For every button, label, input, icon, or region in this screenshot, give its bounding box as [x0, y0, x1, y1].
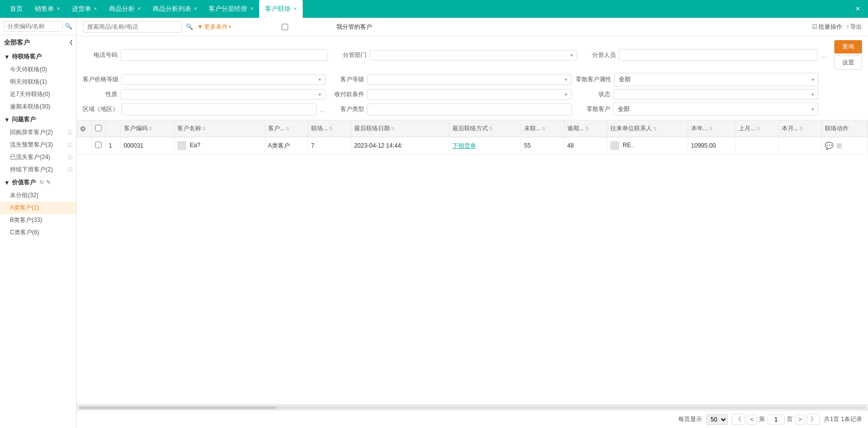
- sidebar-item-repurchase-abnormal[interactable]: 回购异常客户(2) ⓘ: [0, 126, 76, 139]
- sidebar-item-b-class[interactable]: B类客户(33): [0, 214, 76, 226]
- sidebar-item-a-class[interactable]: A类客户(1): [0, 202, 76, 214]
- th-contact-count[interactable]: 联络... ⇅: [308, 120, 351, 137]
- current-page-input[interactable]: [767, 415, 785, 425]
- th-code[interactable]: 客户编码 ⇅: [120, 120, 174, 137]
- sort-year-icon: ⇅: [709, 126, 713, 131]
- info-icon-lost: ⓘ: [67, 154, 72, 161]
- th-overdue[interactable]: 逾期... ⇅: [564, 120, 607, 137]
- tab-sales[interactable]: 销售单 ×: [29, 0, 66, 18]
- th-customer-type[interactable]: 客户... ⇅: [265, 120, 308, 137]
- tab-customer-contact[interactable]: 客户联络 ×: [259, 0, 303, 18]
- region-input[interactable]: [121, 104, 317, 115]
- filter-bar: 🔍 ▼ 更多条件 ▾ 我分管的客户 ☑ 批量操作 ↑ 导出: [77, 18, 868, 36]
- chat-icon[interactable]: 💬: [825, 142, 833, 150]
- th-uncontacted[interactable]: 未联... ⇅: [521, 120, 564, 137]
- next-page-btn[interactable]: >: [795, 415, 805, 425]
- prev-page-btn[interactable]: <: [747, 415, 757, 425]
- th-gear[interactable]: ⚙: [77, 120, 92, 137]
- filter-row-2: 客户价格等级 ▾ 客户等级 ▾ 零散客户属性 全部: [83, 73, 862, 86]
- last-page-btn[interactable]: 》: [807, 414, 820, 425]
- close-all-tabs[interactable]: ×: [852, 4, 864, 13]
- sidebar-collapse-icon[interactable]: 《: [67, 39, 72, 47]
- th-name[interactable]: 客户名称 ⇅: [174, 120, 265, 137]
- close-analysis-tab[interactable]: ×: [138, 0, 141, 18]
- price-grade-select[interactable]: ▾: [121, 74, 326, 85]
- sidebar-search-input[interactable]: [4, 21, 63, 32]
- pagination-bar: 每页显示 50 《 < 第 页 > 》 共1页 1条记录: [77, 410, 868, 428]
- dept-label: 分管部门: [332, 51, 367, 59]
- customer-grade-select[interactable]: ▾: [367, 74, 572, 85]
- phone-label: 电话号码: [83, 51, 117, 59]
- sort-overdue-icon: ⇅: [585, 126, 589, 131]
- all-customers-header[interactable]: 全部客户 《: [0, 35, 76, 50]
- retail-attr-select[interactable]: 全部 ▾: [614, 73, 818, 86]
- td-no: 1: [106, 137, 120, 155]
- sidebar-item-today[interactable]: 今天待联络(0): [0, 63, 76, 76]
- th-checkbox: [92, 120, 106, 137]
- value-edit-icon[interactable]: ✎: [46, 179, 51, 186]
- sidebar-item-declining[interactable]: 持续下滑客户(2) ⓘ: [0, 163, 76, 176]
- phone-input[interactable]: [120, 49, 328, 61]
- value-refresh-icon[interactable]: ↻: [40, 179, 44, 186]
- customer-type-input[interactable]: [367, 104, 572, 115]
- sidebar-search-icon[interactable]: 🔍: [65, 23, 72, 30]
- horizontal-scrollbar[interactable]: [77, 404, 868, 410]
- per-page-select[interactable]: 50: [706, 414, 728, 425]
- staff-dots-icon[interactable]: ...: [820, 51, 826, 59]
- retail-customer-field: 零散客户 全部 ▾: [576, 103, 818, 116]
- tab-analysis[interactable]: 商品分析 ×: [103, 0, 147, 18]
- more-conditions-btn[interactable]: ▼ 更多条件 ▾: [197, 23, 231, 31]
- close-sales-tab[interactable]: ×: [57, 0, 60, 18]
- payment-select[interactable]: ▾: [367, 89, 572, 100]
- scrollbar-thumb[interactable]: [79, 406, 277, 409]
- th-this-month[interactable]: 本月... ⇅: [778, 120, 821, 137]
- close-customer-contact-tab[interactable]: ×: [294, 0, 297, 18]
- status-select[interactable]: ▾: [613, 89, 818, 100]
- search-input[interactable]: [83, 21, 182, 33]
- close-customer-mgmt-tab[interactable]: ×: [250, 0, 253, 18]
- export-btn[interactable]: ↑ 导出: [846, 23, 862, 31]
- sidebar-item-c-class[interactable]: C类客户(6): [0, 226, 76, 239]
- th-last-contact-method[interactable]: 最后联络方式 ⇅: [449, 120, 521, 137]
- staff-input[interactable]: [619, 49, 817, 61]
- th-no: [106, 120, 120, 137]
- sidebar-item-7days[interactable]: 近7天待联络(0): [0, 88, 76, 101]
- customer-grade-field: 客户等级 ▾: [329, 74, 572, 85]
- customer-type-field: 客户类型: [329, 104, 572, 115]
- first-page-btn[interactable]: 《: [732, 414, 745, 425]
- th-last-month[interactable]: 上月... ⇅: [735, 120, 778, 137]
- batch-op-btn[interactable]: ☑ 批量操作: [812, 23, 842, 31]
- dept-select[interactable]: ▾: [370, 50, 577, 60]
- tab-customer-mgmt[interactable]: 客户分层经营 ×: [203, 0, 259, 18]
- th-last-contact-date[interactable]: 最后联络日期 ⇅: [351, 120, 449, 137]
- region-label: 区域（地区）: [83, 105, 118, 113]
- tab-analysis-list[interactable]: 商品分析列表 ×: [147, 0, 203, 18]
- region-dots-icon[interactable]: ...: [320, 106, 326, 113]
- retail-customer-select[interactable]: 全部 ▾: [613, 103, 818, 116]
- settings-button[interactable]: 设置: [834, 55, 862, 70]
- my-customers-checkbox[interactable]: [235, 24, 334, 30]
- close-analysis-list-tab[interactable]: ×: [194, 0, 197, 18]
- sidebar-item-lost[interactable]: 已流失客户(24) ⓘ: [0, 151, 76, 163]
- search-icon[interactable]: 🔍: [186, 23, 193, 30]
- close-purchase-tab[interactable]: ×: [94, 0, 97, 18]
- nature-select[interactable]: ▾: [120, 89, 326, 100]
- nav-home[interactable]: 首页: [4, 0, 29, 18]
- staff-label: 分管人员: [581, 51, 616, 59]
- grid-icon[interactable]: ⊞: [836, 142, 842, 150]
- select-all-checkbox[interactable]: [95, 125, 102, 131]
- th-unit-contact[interactable]: 往来单位联系人 ⇅: [607, 120, 688, 137]
- row-checkbox[interactable]: [95, 142, 102, 148]
- gear-icon[interactable]: ⚙: [80, 125, 86, 133]
- last-contact-method-link[interactable]: 下销货单: [452, 142, 476, 149]
- status-arrow-icon: ▾: [812, 92, 814, 97]
- th-this-year[interactable]: 本年... ⇅: [688, 120, 735, 137]
- sidebar-item-tomorrow[interactable]: 明天待联络(1): [0, 76, 76, 88]
- search-button[interactable]: 查询: [834, 40, 862, 54]
- sidebar-item-ungrouped[interactable]: 未分组(32): [0, 189, 76, 202]
- tab-purchase[interactable]: 进货单 ×: [66, 0, 103, 18]
- sidebar-item-overdue[interactable]: 逾期未联络(30): [0, 101, 76, 113]
- my-customers-checkbox-label[interactable]: 我分管的客户: [235, 23, 372, 31]
- sidebar-item-lost-warning[interactable]: 流失预警客户(3) ⓘ: [0, 139, 76, 151]
- sort-uncontacted-icon: ⇅: [542, 126, 546, 131]
